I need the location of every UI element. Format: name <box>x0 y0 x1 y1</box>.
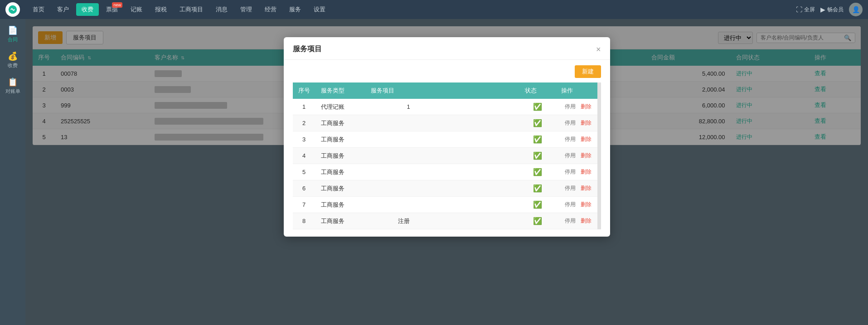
list-item: 2 工商服务 ✅ 停用 删除 <box>293 115 601 131</box>
sidebar-label-contract: 合同 <box>8 36 18 43</box>
nav-business[interactable]: 工商项目 <box>174 3 209 16</box>
new-service-button[interactable]: 新建 <box>575 65 601 78</box>
sidebar-label-reconcile: 对账单 <box>5 88 20 95</box>
modal-col-seq: 序号 <box>293 82 315 99</box>
delete-button-2[interactable]: 删除 <box>581 120 592 126</box>
fee-icon: 💰 <box>8 52 18 60</box>
nav-service[interactable]: 服务 <box>284 3 306 16</box>
modal-cell-ops: 停用 删除 <box>556 131 601 148</box>
modal-cell-status: ✅ <box>519 115 556 131</box>
modal-cell-type: 工商服务 <box>315 213 365 229</box>
delete-button-3[interactable]: 删除 <box>581 136 592 142</box>
content-area: 新增 服务项目 进行中 已完成 已终止 🔍 <box>25 19 868 325</box>
member-button[interactable]: ▶ 畅会员 <box>820 6 844 14</box>
delete-button-8[interactable]: 删除 <box>581 218 592 224</box>
app-logo <box>5 2 20 17</box>
delete-button-4[interactable]: 删除 <box>581 152 592 159</box>
modal-cell-status: ✅ <box>519 180 556 197</box>
nav-bookkeeping[interactable]: 记账 <box>125 3 148 16</box>
stop-button-4[interactable]: 停用 <box>565 152 576 159</box>
modal-overlay[interactable]: 服务项目 × 新建 序号 服务类型 服务项目 <box>25 19 868 325</box>
modal-cell-item <box>365 197 519 213</box>
modal-cell-status: ✅ <box>519 164 556 180</box>
modal-cell-item <box>365 115 519 131</box>
nav-items: 首页 客户 收费 票据 new 记账 报税 工商项目 消息 管理 经营 服务 设… <box>27 3 796 16</box>
list-item: 5 工商服务 ✅ 停用 删除 <box>293 164 601 180</box>
list-item: 1 代理记账 1 ✅ 停用 删除 <box>293 99 601 115</box>
badge-new: new <box>112 2 122 8</box>
modal-cell-status: ✅ <box>519 197 556 213</box>
delete-button-6[interactable]: 删除 <box>581 185 592 191</box>
modal-cell-type: 工商服务 <box>315 115 365 131</box>
nav-settings[interactable]: 设置 <box>308 3 331 16</box>
modal-cell-ops: 停用 删除 <box>556 213 601 229</box>
nav-message[interactable]: 消息 <box>210 3 233 16</box>
modal-cell-item <box>365 164 519 180</box>
stop-button-8[interactable]: 停用 <box>565 218 576 224</box>
modal-cell-seq: 6 <box>293 180 315 197</box>
avatar[interactable]: 👤 <box>849 3 863 16</box>
modal-cell-seq: 5 <box>293 164 315 180</box>
sidebar-item-contract[interactable]: 📄 合同 <box>1 23 24 47</box>
nav-operation[interactable]: 经营 <box>259 3 282 16</box>
top-nav: 首页 客户 收费 票据 new 记账 报税 工商项目 消息 管理 经营 服务 设… <box>0 0 868 19</box>
modal-cell-type: 工商服务 <box>315 197 365 213</box>
stop-button-5[interactable]: 停用 <box>565 169 576 175</box>
nav-right: ⛶ 全屏 ▶ 畅会员 👤 <box>796 3 863 16</box>
modal-cell-ops: 停用 删除 <box>556 148 601 164</box>
modal-close-button[interactable]: × <box>596 45 601 53</box>
modal-cell-status: ✅ <box>519 213 556 229</box>
sidebar-item-reconcile[interactable]: 📋 对账单 <box>1 74 24 98</box>
main-layout: 📄 合同 💰 收费 📋 对账单 新增 服务项目 进行中 已完成 已终止 <box>0 19 868 325</box>
modal-cell-item: 注册 <box>365 213 519 229</box>
modal-cell-type: 工商服务 <box>315 164 365 180</box>
modal-col-status: 状态 <box>519 82 556 99</box>
list-item: 8 工商服务 注册 ✅ 停用 删除 <box>293 213 601 229</box>
delete-button-1[interactable]: 删除 <box>581 103 592 110</box>
stop-button-3[interactable]: 停用 <box>565 136 576 142</box>
sidebar-item-fee[interactable]: 💰 收费 <box>1 49 24 73</box>
fullscreen-button[interactable]: ⛶ 全屏 <box>796 6 815 14</box>
nav-manage[interactable]: 管理 <box>235 3 257 16</box>
modal-cell-item <box>365 148 519 164</box>
modal-cell-ops: 停用 删除 <box>556 180 601 197</box>
stop-button-2[interactable]: 停用 <box>565 120 576 126</box>
modal-cell-seq: 1 <box>293 99 315 115</box>
modal-cell-ops: 停用 删除 <box>556 164 601 180</box>
modal-cell-status: ✅ <box>519 131 556 148</box>
modal-cell-type: 代理记账 <box>315 99 365 115</box>
contract-icon: 📄 <box>8 26 18 34</box>
modal-col-item: 服务项目 <box>365 82 519 99</box>
modal-cell-ops: 停用 删除 <box>556 197 601 213</box>
fullscreen-label: 全屏 <box>804 6 815 14</box>
list-item: 4 工商服务 ✅ 停用 删除 <box>293 148 601 164</box>
nav-tax[interactable]: 报税 <box>150 3 172 16</box>
scrollbar[interactable] <box>597 82 601 229</box>
modal-cell-item <box>365 180 519 197</box>
modal-cell-type: 工商服务 <box>315 131 365 148</box>
modal-cell-status: ✅ <box>519 148 556 164</box>
modal-cell-seq: 7 <box>293 197 315 213</box>
list-item: 3 工商服务 ✅ 停用 删除 <box>293 131 601 148</box>
member-label: 畅会员 <box>827 6 844 14</box>
member-icon: ▶ <box>820 6 825 13</box>
nav-fee[interactable]: 收费 <box>76 3 99 16</box>
modal-cell-seq: 4 <box>293 148 315 164</box>
stop-button-6[interactable]: 停用 <box>565 185 576 191</box>
modal-cell-type: 工商服务 <box>315 148 365 164</box>
modal-cell-ops: 停用 删除 <box>556 115 601 131</box>
modal-cell-seq: 2 <box>293 115 315 131</box>
modal-cell-type: 工商服务 <box>315 180 365 197</box>
service-modal: 服务项目 × 新建 序号 服务类型 服务项目 <box>284 37 610 237</box>
delete-button-5[interactable]: 删除 <box>581 169 592 175</box>
stop-button-1[interactable]: 停用 <box>565 103 576 110</box>
modal-cell-status: ✅ <box>519 99 556 115</box>
delete-button-7[interactable]: 删除 <box>581 201 592 208</box>
nav-invoice[interactable]: 票据 new <box>101 3 123 16</box>
nav-home[interactable]: 首页 <box>27 3 50 16</box>
modal-cell-seq: 3 <box>293 131 315 148</box>
list-item: 7 工商服务 ✅ 停用 删除 <box>293 197 601 213</box>
modal-cell-item: 1 <box>365 99 519 115</box>
stop-button-7[interactable]: 停用 <box>565 201 576 208</box>
nav-customer[interactable]: 客户 <box>52 3 74 16</box>
